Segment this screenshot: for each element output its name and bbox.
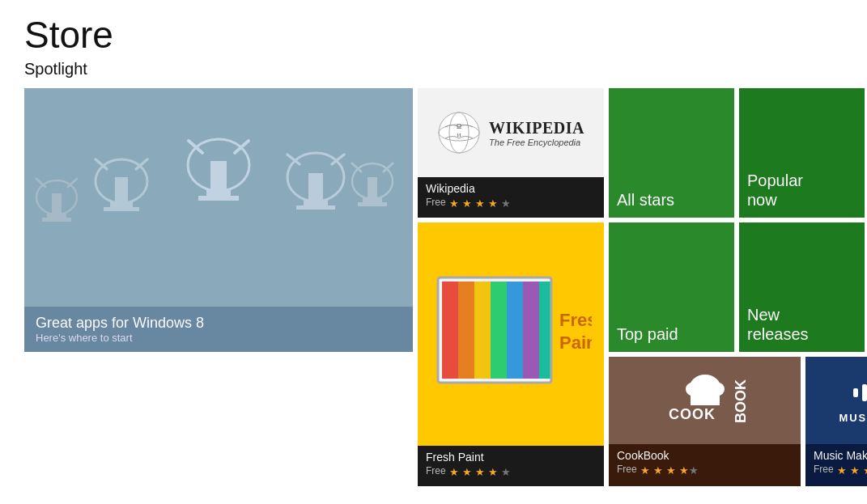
musicmaker-tile[interactable]: MUSIC MAKER JAM Music Maker Jam Free ★ ★… [805,357,867,486]
svg-text:COOK: COOK [669,406,716,422]
cookbook-price: Free [617,464,637,475]
svg-point-60 [686,383,699,396]
page-title: Store [24,16,843,53]
svg-rect-9 [104,207,139,211]
svg-point-61 [712,383,725,396]
svg-rect-46 [491,282,507,379]
wikipedia-subtitle: The Free Encyclopedia [489,138,584,147]
musicmaker-app-name: Music Maker Jam [814,449,867,462]
spotlight-tile[interactable]: Great apps for Windows 8 Here's where to… [24,88,413,352]
svg-rect-69 [853,388,858,397]
svg-text:★: ★ [666,464,676,475]
svg-text:Paint: Paint [559,332,592,353]
freshpaint-artwork: Fresh Paint [430,261,592,407]
svg-text:★: ★ [488,197,498,208]
svg-text:★: ★ [449,466,459,476]
toppaid-tile[interactable]: Top paid [609,222,734,352]
cookbook-stars: ★ ★ ★ ★ ★ [640,464,700,475]
svg-text:★: ★ [653,464,663,475]
svg-rect-49 [539,282,551,379]
freshpaint-stars: ★ ★ ★ ★ ★ [449,466,514,476]
svg-rect-15 [296,205,335,210]
wikipedia-stars: ★ ★ ★ ★ ★ [449,197,514,208]
svg-rect-27 [358,202,387,206]
freshpaint-tile[interactable]: Fresh Paint Fresh Paint Free ★ ★ ★ [418,222,604,486]
svg-rect-10 [115,177,128,201]
section-title: Spotlight [24,60,843,78]
cookbook-tile[interactable]: COOK BOOK CookBook Free ★ ★ ★ [609,357,801,486]
svg-rect-28 [368,177,377,197]
svg-rect-48 [523,282,539,379]
newreleases-label: Newreleases [747,305,809,344]
svg-rect-16 [308,173,323,200]
freshpaint-app-name: Fresh Paint [426,451,596,464]
wikipedia-app-name: Wikipedia [426,182,596,195]
svg-rect-8 [110,201,133,207]
svg-rect-20 [47,213,66,218]
svg-text:Ω: Ω [457,123,461,130]
svg-text:★: ★ [475,197,485,208]
allstars-label: All stars [617,190,674,210]
allstars-tile[interactable]: All stars [609,88,734,218]
newreleases-tile[interactable]: Newreleases [739,222,865,352]
popular-tile[interactable]: Popularnow [739,88,865,218]
wikipedia-price: Free [426,197,446,208]
svg-text:★: ★ [475,466,485,476]
svg-text:★: ★ [640,464,650,475]
musicmaker-waveform-icon [849,379,868,407]
svg-rect-45 [474,282,491,379]
svg-text:★: ★ [449,197,459,208]
svg-rect-47 [507,282,523,379]
cookbook-app-name: CookBook [617,449,793,462]
svg-text:BOOK: BOOK [733,379,749,423]
svg-rect-70 [862,384,867,401]
svg-rect-43 [442,282,458,379]
wikipedia-tile[interactable]: Ω И WIKIPEDIA The Free Encyclopedia Wiki… [418,88,604,218]
wikipedia-globe-icon: Ω И [437,111,481,155]
svg-text:★: ★ [850,464,860,475]
svg-text:И: И [457,132,461,138]
freshpaint-price: Free [426,465,446,476]
svg-text:★: ★ [679,464,689,475]
svg-rect-3 [198,196,239,201]
wikipedia-title: WIKIPEDIA [489,119,584,138]
svg-rect-22 [52,193,62,213]
svg-text:★: ★ [501,466,511,476]
svg-rect-14 [304,200,328,205]
svg-text:Fresh: Fresh [559,310,592,330]
svg-rect-21 [42,218,71,222]
svg-text:★: ★ [863,464,867,475]
svg-text:★: ★ [837,464,847,475]
musicmaker-price: Free [814,464,834,475]
svg-rect-44 [458,282,474,379]
svg-rect-2 [206,189,231,196]
musicmaker-stars: ★ ★ ★ ★ ★ [837,464,867,475]
svg-text:★: ★ [501,197,511,208]
svg-text:★: ★ [462,466,472,476]
svg-text:★: ★ [689,464,699,475]
svg-text:★: ★ [488,466,498,476]
svg-rect-4 [210,161,227,189]
spotlight-title: Great apps for Windows 8 [36,315,402,332]
svg-rect-26 [363,197,382,202]
toppaid-label: Top paid [617,324,678,344]
popular-label: Popularnow [747,171,803,210]
svg-text:★: ★ [462,197,472,208]
spotlight-subtitle: Here's where to start [36,332,402,344]
cookbook-logo: COOK BOOK [657,369,754,434]
